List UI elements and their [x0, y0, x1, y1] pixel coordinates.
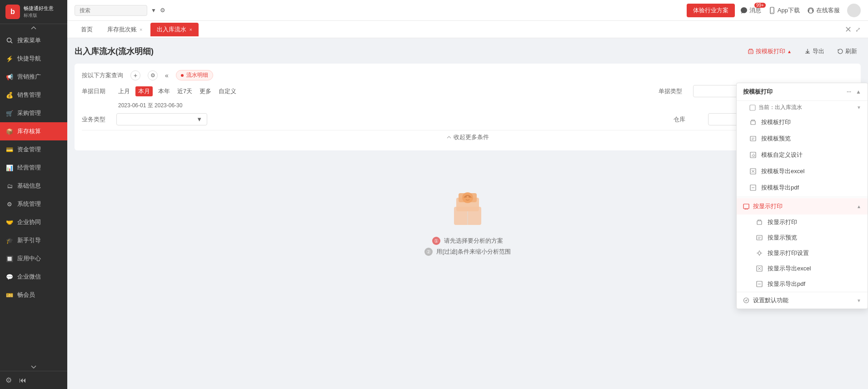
dropdown-display-preview-icon: [756, 234, 763, 241]
filter-setting-btn[interactable]: ⚙: [148, 70, 158, 80]
tab-batch-account-close[interactable]: ×: [140, 27, 142, 32]
message-icon: [740, 7, 748, 14]
sidebar-item-member[interactable]: 🎫 畅会员: [0, 286, 67, 304]
member-icon: 🎫: [5, 291, 14, 299]
sidebar-scroll-up[interactable]: [0, 24, 67, 31]
dropdown-display-preview[interactable]: 按显示预览: [737, 230, 868, 245]
dropdown-display-pdf[interactable]: 按显示导出pdf: [737, 276, 868, 292]
dropdown-display-excel[interactable]: 按显示导出excel: [737, 261, 868, 276]
biz-type-select[interactable]: ▼: [116, 113, 207, 125]
dropdown-display-print-settings[interactable]: 按显示打印设置: [737, 245, 868, 261]
sidebar-item-collab[interactable]: 🤝 企业协同: [0, 213, 67, 231]
template-excel-item-label: 按模板导出excel: [761, 167, 804, 175]
export-label: 导出: [813, 47, 824, 55]
warehouse-label: 仓库: [673, 115, 701, 124]
message-item[interactable]: 消息 99+: [740, 6, 761, 15]
filter-tag-label: 流水明细: [186, 71, 208, 79]
dropdown-template-excel[interactable]: 按模板导出excel: [737, 163, 868, 180]
sidebar-item-purchase[interactable]: 🛒 采购管理: [0, 104, 67, 122]
sidebar-item-inventory[interactable]: 📦 库存核算: [0, 122, 67, 140]
sales-icon: 💰: [5, 91, 14, 99]
date-custom[interactable]: 自定义: [217, 86, 238, 96]
weixin-icon: 💬: [5, 273, 14, 281]
sidebar-item-sales[interactable]: 💰 销售管理: [0, 86, 67, 104]
finance-icon: 💳: [5, 145, 14, 154]
date-last-7[interactable]: 近7天: [175, 86, 194, 96]
dropdown-template-print[interactable]: 按模板打印: [737, 114, 868, 130]
tab-batch-account[interactable]: 库存批次账 ×: [101, 23, 149, 36]
display-group-label: 按显示打印: [753, 202, 783, 210]
collapse-icon[interactable]: ⏮: [19, 376, 26, 384]
refresh-label: 刷新: [845, 47, 857, 55]
dropdown-footer[interactable]: 设置默认功能 ▼: [737, 292, 868, 309]
sidebar-item-basic[interactable]: 🗂 基础信息: [0, 177, 67, 195]
tab-home[interactable]: 首页: [75, 23, 99, 36]
app-download-item[interactable]: App下载: [768, 6, 800, 15]
filter-collapse-btn[interactable]: «: [165, 72, 169, 79]
display-excel-label: 按显示导出excel: [768, 264, 811, 273]
display-print-label: 按显示打印: [768, 218, 797, 226]
tab-close-all[interactable]: ✕: [845, 25, 852, 35]
filter-tag-dot: [181, 74, 184, 77]
footer-chevron: ▼: [857, 298, 861, 303]
template-custom-item-label: 模板自定义设计: [761, 151, 803, 159]
sidebar-item-app-center[interactable]: 🔲 应用中心: [0, 249, 67, 268]
search-input[interactable]: [75, 5, 147, 16]
tab-inventory-flow-close[interactable]: ×: [189, 27, 192, 32]
date-last-month[interactable]: 上月: [116, 86, 132, 96]
sidebar-item-label: 基础信息: [17, 182, 41, 190]
user-avatar[interactable]: [847, 4, 861, 17]
tabs-bar-right: ✕ ⤢: [845, 25, 861, 35]
sidebar-scroll-down[interactable]: [0, 364, 67, 371]
trial-btn[interactable]: 体验行业方案: [687, 4, 735, 17]
search-dropdown-icon[interactable]: ▼: [151, 7, 156, 14]
date-shortcuts: 上月 本月 本年 近7天 更多 自定义: [116, 86, 238, 96]
marketing-icon: 📢: [5, 73, 14, 81]
sidebar-item-weixin[interactable]: 💬 企业微信: [0, 268, 67, 286]
dropdown-excel-icon: [749, 168, 757, 175]
sidebar-item-label: 资金管理: [17, 145, 41, 154]
sidebar-item-marketing[interactable]: 📢 营销推广: [0, 68, 67, 86]
sidebar-item-operations[interactable]: 📊 经营管理: [0, 159, 67, 177]
online-service-item[interactable]: 在线客服: [807, 6, 840, 15]
dropdown-display-print[interactable]: 按显示打印: [737, 214, 868, 230]
dropdown-display-group-header[interactable]: 按显示打印 ▲: [737, 198, 868, 214]
sidebar-item-finance[interactable]: 💳 资金管理: [0, 140, 67, 159]
dropdown-template-pdf[interactable]: 按模板导出pdf: [737, 180, 868, 196]
dropdown-more-icon[interactable]: ···: [847, 89, 851, 95]
dropdown-template-custom[interactable]: 模板自定义设计: [737, 147, 868, 163]
refresh-btn[interactable]: 刷新: [833, 45, 861, 57]
sidebar-item-quick-nav[interactable]: ⚡ 快捷导航: [0, 50, 67, 68]
step-1-num: ①: [432, 237, 440, 245]
tab-inventory-flow[interactable]: 出入库流水 ×: [150, 23, 198, 36]
sidebar-item-guide[interactable]: 🎓 新手引导: [0, 231, 67, 249]
template-print-item-label: 按模板打印: [761, 118, 791, 126]
dropdown-template-preview[interactable]: 按模板预览: [737, 130, 868, 147]
dropdown-chevron-up[interactable]: ▲: [856, 89, 861, 95]
doc-type-label: 单据类型: [658, 87, 686, 95]
page-content: 出入库流水(流水明细) 按模板打印 ▲ 导出 刷新 按以: [67, 38, 868, 389]
step-2-num: ②: [424, 248, 433, 256]
topbar-gear-icon[interactable]: ⚙: [160, 7, 165, 14]
sidebar-search[interactable]: 搜索菜单: [0, 31, 67, 50]
sidebar-item-label: 营销推广: [17, 73, 41, 81]
export-btn[interactable]: 导出: [801, 45, 828, 57]
step-2-text: 用[过滤]条件来缩小分析范围: [436, 248, 510, 256]
sidebar-item-label: 应用中心: [17, 254, 41, 263]
date-more[interactable]: 更多: [198, 86, 213, 96]
set-default-icon: [743, 297, 749, 304]
display-settings-label: 按显示打印设置: [768, 249, 809, 257]
tab-expand[interactable]: ⤢: [855, 26, 861, 33]
date-this-year[interactable]: 本年: [156, 86, 172, 96]
template-print-label: 按模板打印: [756, 47, 785, 55]
date-this-month[interactable]: 本月: [135, 86, 153, 96]
sidebar-item-system[interactable]: ⚙ 系统管理: [0, 195, 67, 213]
settings-icon[interactable]: ⚙: [5, 376, 12, 384]
template-preview-item-label: 按模板预览: [761, 135, 791, 143]
app-name: 畅捷通好生意 标准版: [24, 5, 54, 18]
dropdown-current-label: 当前：出入库流水 ▼: [737, 101, 868, 114]
empty-illustration: [445, 184, 490, 229]
filter-add-btn[interactable]: +: [130, 70, 140, 80]
filter-tag: 流水明细: [176, 70, 213, 80]
template-print-btn[interactable]: 按模板打印 ▲: [744, 45, 795, 57]
